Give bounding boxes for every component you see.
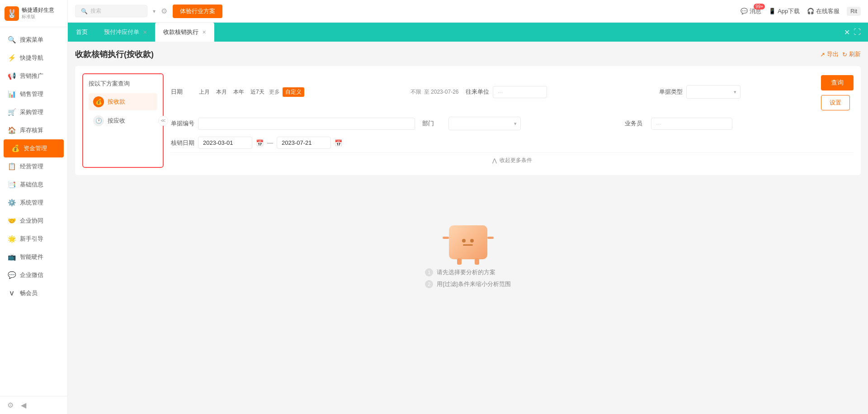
sidebar-item-smart-hw[interactable]: 📺 智能硬件	[0, 248, 67, 266]
tab-prepay-close[interactable]: ✕	[143, 29, 147, 35]
sidebar-item-member[interactable]: V 畅会员	[0, 284, 67, 302]
page-header: 收款核销执行(按收款) ↗ 导出 ↻ 刷新	[75, 49, 861, 60]
staff-input[interactable]: ···	[651, 118, 732, 130]
sidebar-item-wechat[interactable]: 💬 企业微信	[0, 266, 67, 284]
sidebar-item-search[interactable]: 🔍 搜索菜单	[0, 31, 67, 49]
verify-date-end-icon[interactable]: 📅	[335, 139, 342, 147]
topbar-chevron-icon[interactable]: ▾	[153, 8, 156, 14]
export-button[interactable]: ↗ 导出	[820, 50, 839, 58]
sidebar-item-newbie[interactable]: 🌟 新手引导	[0, 230, 67, 248]
topbar-search-icon: 🔍	[81, 8, 88, 14]
settings-button[interactable]: 设置	[821, 95, 850, 110]
date-this-month[interactable]: 本月	[214, 87, 229, 97]
message-button[interactable]: 💬 消息 99+	[741, 7, 761, 15]
sidebar-item-basic-info[interactable]: 📑 基础信息	[0, 176, 67, 194]
doc-no-field: 单据编号	[171, 118, 415, 130]
export-icon: ↗	[820, 51, 825, 58]
page-actions: ↗ 导出 ↻ 刷新	[820, 50, 861, 58]
purchase-icon: 🛒	[7, 108, 16, 117]
date-this-year[interactable]: 本年	[231, 87, 246, 97]
filter-panel: 按以下方案查询 ≪ 💰 按收款 🕐 按应收 日期	[75, 66, 861, 175]
sidebar-item-biz-mgmt[interactable]: 📋 经营管理	[0, 157, 67, 176]
tabs-close-button[interactable]: ✕	[844, 28, 850, 37]
date-last-month[interactable]: 上月	[197, 87, 212, 97]
topbar-gear-icon[interactable]: ⚙	[161, 7, 167, 15]
sidebar: 🐰 畅捷通好生意 标准版 🔍 搜索菜单 ⚡ 快捷导航 📢 营销推广 📊 销售管理…	[0, 0, 68, 414]
counterpart-input[interactable]: ···	[493, 86, 547, 98]
empty-state: 1 请先选择要分析的方案 2 用[过滤]条件来缩小分析范围	[75, 182, 861, 317]
wechat-icon: 💬	[7, 271, 16, 280]
sidebar-item-sales[interactable]: 📊 销售管理	[0, 85, 67, 103]
tab-receipt-offset[interactable]: 收款核销执行 ✕	[155, 23, 214, 42]
topbar-actions: 💬 消息 99+ 📱 App下载 🎧 在线客服 Rit	[741, 7, 861, 16]
sales-icon: 📊	[7, 90, 16, 99]
verify-date-end[interactable]	[277, 137, 331, 149]
date-unlimit-area: 不限 至 2023-07-26	[410, 88, 459, 96]
query-button[interactable]: 查询	[821, 75, 854, 90]
tab-receipt-offset-close[interactable]: ✕	[202, 29, 206, 35]
tabs-bar: 首页 预付冲应付单 ✕ 收款核销执行 ✕ ✕ ⛶	[68, 23, 868, 42]
sidebar-item-marketing[interactable]: 📢 营销推广	[0, 67, 67, 85]
tabs-expand-button[interactable]: ⛶	[854, 28, 861, 36]
main-area: 🔍 搜索 ▾ ⚙ 体验行业方案 💬 消息 99+ 📱 App下载 🎧 在线客服 …	[68, 0, 868, 414]
empty-box	[449, 225, 487, 259]
verify-date-start[interactable]	[198, 137, 252, 149]
page-content: 收款核销执行(按收款) ↗ 导出 ↻ 刷新 按以下方案查询 ≪ 💰	[68, 42, 868, 414]
doc-type-field: 单据类型 ▾	[659, 85, 814, 99]
collapse-more-button[interactable]: ⋀ 收起更多条件	[171, 152, 854, 168]
date-more[interactable]: 更多	[269, 88, 280, 96]
quick-nav-icon: ⚡	[7, 53, 16, 62]
refresh-button[interactable]: ↻ 刷新	[842, 50, 861, 58]
tab-home[interactable]: 首页	[68, 23, 96, 42]
enterprise-icon: 🤝	[7, 216, 16, 225]
sidebar-item-sys-mgmt[interactable]: ⚙️ 系统管理	[0, 194, 67, 212]
industry-solution-button[interactable]: 体验行业方案	[173, 5, 222, 18]
user-avatar[interactable]: Rit	[847, 7, 861, 16]
sidebar-logo: 🐰 畅捷通好生意 标准版	[0, 0, 67, 27]
topbar: 🔍 搜索 ▾ ⚙ 体验行业方案 💬 消息 99+ 📱 App下载 🎧 在线客服 …	[68, 0, 868, 23]
filter-fields: 日期 上月 本月 本年 近7天 更多 自定义 不限	[171, 73, 854, 168]
marketing-icon: 📢	[7, 71, 16, 81]
biz-mgmt-icon: 📋	[7, 162, 16, 171]
logo-icon: 🐰	[5, 6, 19, 21]
by-receipt-icon: 💰	[93, 96, 104, 107]
empty-face	[462, 239, 474, 246]
sidebar-item-quick-nav[interactable]: ⚡ 快捷导航	[0, 49, 67, 67]
tabs-actions: ✕ ⛶	[844, 28, 868, 37]
page-title: 收款核销执行(按收款)	[75, 49, 154, 60]
finance-icon: 💰	[11, 144, 20, 153]
sidebar-item-inventory[interactable]: 🏠 库存核算	[0, 121, 67, 139]
empty-hints: 1 请先选择要分析的方案 2 用[过滤]条件来缩小分析范围	[425, 266, 510, 290]
sidebar-collapse-icon[interactable]: ◀	[21, 401, 26, 409]
sidebar-item-finance[interactable]: 💰 资金管理	[4, 139, 64, 157]
dept-select[interactable]: ▾	[448, 117, 521, 130]
service-icon: 🎧	[807, 8, 814, 14]
filter-rows: 日期 上月 本月 本年 近7天 更多 自定义 不限	[171, 73, 854, 149]
counterpart-field: 往来单位 ···	[466, 86, 651, 98]
refresh-icon: ↻	[842, 51, 847, 58]
sidebar-item-purchase[interactable]: 🛒 采购管理	[0, 103, 67, 121]
filter-option-by-receivable[interactable]: 🕐 按应收	[89, 112, 157, 129]
filter-row-2: 单据编号 部门 ▾ 业务员 ···	[171, 117, 854, 130]
doc-type-select[interactable]: ▾	[686, 85, 741, 99]
basic-info-icon: 📑	[7, 180, 16, 189]
sidebar-settings-icon[interactable]: ⚙	[7, 401, 14, 409]
date-last-7days[interactable]: 近7天	[249, 87, 266, 97]
sidebar-menu: 🔍 搜索菜单 ⚡ 快捷导航 📢 营销推广 📊 销售管理 🛒 采购管理 🏠 库存核…	[0, 27, 67, 396]
topbar-search-box[interactable]: 🔍 搜索	[75, 5, 147, 17]
doc-no-input[interactable]	[198, 118, 415, 130]
tab-prepay[interactable]: 预付冲应付单 ✕	[96, 23, 155, 42]
filter-row-1: 日期 上月 本月 本年 近7天 更多 自定义 不限	[171, 73, 854, 110]
logo-text: 畅捷通好生意 标准版	[22, 7, 54, 20]
sidebar-bottom: ⚙ ◀	[0, 396, 67, 414]
sidebar-item-enterprise[interactable]: 🤝 企业协同	[0, 212, 67, 230]
date-custom[interactable]: 自定义	[283, 87, 304, 97]
verify-date-start-icon[interactable]: 📅	[256, 139, 264, 147]
filter-action-buttons: 查询 设置	[821, 75, 854, 110]
message-icon: 💬	[741, 8, 748, 14]
online-service-button[interactable]: 🎧 在线客服	[807, 7, 840, 15]
dept-field: 部门 ▾	[422, 117, 618, 130]
filter-option-by-receipt[interactable]: 💰 按收款	[89, 93, 157, 110]
app-download-button[interactable]: 📱 App下载	[769, 7, 800, 15]
filter-collapse-button[interactable]: ≪	[158, 116, 168, 126]
